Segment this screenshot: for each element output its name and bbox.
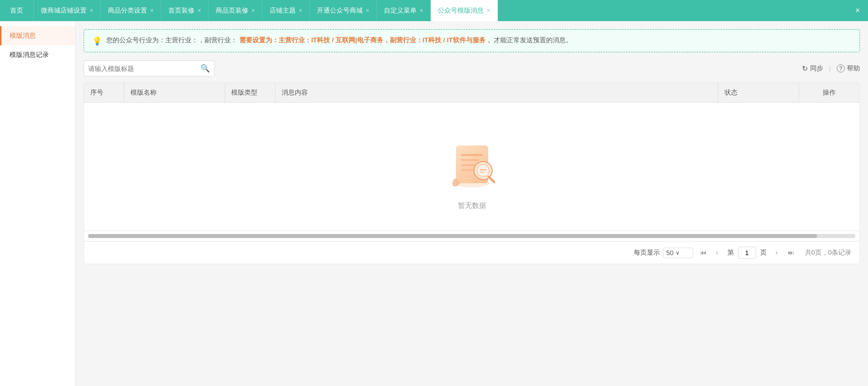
topbar-close-open-wechat-shop[interactable]: × [366,7,369,14]
svg-line-9 [489,177,494,182]
sidebar-item-template-msg-record[interactable]: 模版消息记录 [0,45,75,64]
alert-highlight: 需要设置为：主营行业：IT科技 / 互联网|电子商务，副营行业：IT科技 / I… [239,36,492,44]
topbar: 首页 微商城店铺设置 × 商品分类设置 × 首页装修 × 商品页装修 × 店铺主… [0,0,868,21]
sync-label: 同步 [810,64,823,73]
topbar-label-custom-menu: 自定义菜单 [384,6,417,15]
svg-rect-4 [461,159,479,161]
search-bar: 🔍 ↻ 同步 | ? 帮助 [84,60,860,76]
first-page-button[interactable]: ⏮ [697,247,709,259]
page-nav: ⏮ ‹ 第 页 › ⏭ [697,247,797,259]
topbar-label-product-page-decor: 商品页装修 [216,6,248,15]
scrollbar-track[interactable] [88,234,855,238]
divider: | [829,65,831,72]
th-seq: 序号 [84,83,124,102]
sidebar-label-template-msg-record: 模版消息记录 [10,51,49,58]
topbar-item-home-decor[interactable]: 首页装修 × [161,0,209,21]
per-page-select[interactable]: 50 ∨ [663,248,693,258]
last-page-button[interactable]: ⏭ [785,247,797,259]
page-total-label: 共0页，0条记录 [805,248,851,257]
topbar-close-product-page-decor[interactable]: × [251,7,255,14]
topbar-label-shop-theme: 店铺主题 [270,6,296,15]
svg-rect-3 [461,154,483,156]
empty-text: 暂无数据 [458,201,486,210]
per-page-value: 50 [666,249,674,257]
next-page-button[interactable]: › [771,247,783,259]
search-input[interactable] [88,65,201,72]
search-input-wrap[interactable]: 🔍 [84,60,215,76]
main-layout: 模版消息 模版消息记录 💡 您的公众号行业为：主营行业：，副营行业： 需要设置为… [0,21,868,386]
topbar-label-shop-settings: 微商城店铺设置 [41,6,87,15]
search-actions: ↻ 同步 | ? 帮助 [802,64,860,73]
topbar-item-shop-settings[interactable]: 微商城店铺设置 × [34,0,101,21]
alert-prefix: 您的公众号行业为：主营行业：，副营行业： [106,36,237,44]
topbar-item-home[interactable]: 首页 [0,0,34,21]
help-label: 帮助 [847,64,860,73]
th-name: 模版名称 [124,83,225,102]
alert-suffix: 才能正常发送预置的消息。 [494,36,572,44]
sync-button[interactable]: ↻ 同步 [802,64,823,73]
topbar-close-template-message[interactable]: × [487,7,490,14]
topbar-close-all-button[interactable]: × [847,6,868,15]
scrollbar-thumb[interactable] [88,234,817,238]
content-area: 💡 您的公众号行业为：主营行业：，副营行业： 需要设置为：主营行业：IT科技 /… [76,21,868,386]
th-status: 状态 [718,83,799,102]
topbar-label-template-message: 公众号模版消息 [438,6,484,15]
per-page-chevron-icon: ∨ [676,250,680,256]
sidebar: 模版消息 模版消息记录 [0,21,76,386]
svg-point-8 [477,165,489,177]
page-number-input[interactable] [738,247,756,259]
sync-icon: ↻ [802,64,808,72]
th-type: 模版类型 [225,83,276,102]
topbar-close-home-decor[interactable]: × [197,7,201,14]
per-page-label: 每页显示 [634,248,660,257]
per-page-wrap: 每页显示 50 ∨ [634,248,693,258]
topbar-item-template-message[interactable]: 公众号模版消息 × [431,0,498,21]
search-icon[interactable]: 🔍 [201,64,210,73]
pagination: 每页显示 50 ∨ ⏮ ‹ 第 页 › ⏭ 共0页，0条记录 [84,241,859,264]
topbar-item-product-page-decor[interactable]: 商品页装修 × [209,0,262,21]
alert-text: 您的公众号行业为：主营行业：，副营行业： 需要设置为：主营行业：IT科技 / 互… [106,36,572,45]
prev-page-button[interactable]: ‹ [711,247,723,259]
topbar-label-product-category: 商品分类设置 [108,6,147,15]
topbar-label-home-decor: 首页装修 [168,6,194,15]
empty-svg [442,133,502,193]
th-content: 消息内容 [276,83,718,102]
topbar-item-product-category[interactable]: 商品分类设置 × [101,0,161,21]
page-prefix-label: 第 [727,248,734,257]
topbar-close-shop-theme[interactable]: × [299,7,302,14]
svg-rect-10 [480,169,487,171]
empty-illustration [442,133,502,193]
topbar-label-home: 首页 [10,6,23,15]
topbar-close-shop-settings[interactable]: × [90,7,93,14]
scrollbar-row[interactable] [84,230,859,241]
sidebar-item-template-msg[interactable]: 模版消息 [0,26,75,45]
topbar-close-custom-menu[interactable]: × [420,7,423,14]
page-unit-label: 页 [760,248,767,257]
alert-icon: 💡 [92,36,102,46]
empty-state: 暂无数据 [84,103,859,230]
table-wrap: 序号 模版名称 模版类型 消息内容 状态 操作 [84,83,860,264]
topbar-close-product-category[interactable]: × [150,7,154,14]
svg-rect-11 [480,172,485,173]
topbar-item-custom-menu[interactable]: 自定义菜单 × [377,0,431,21]
topbar-label-open-wechat-shop: 开通公众号商城 [317,6,363,15]
topbar-item-open-wechat-shop[interactable]: 开通公众号商城 × [310,0,377,21]
th-action: 操作 [799,83,859,102]
help-button[interactable]: ? 帮助 [837,64,860,73]
sidebar-label-template-msg: 模版消息 [10,32,36,39]
help-icon: ? [837,64,845,72]
topbar-item-shop-theme[interactable]: 店铺主题 × [262,0,310,21]
alert-box: 💡 您的公众号行业为：主营行业：，副营行业： 需要设置为：主营行业：IT科技 /… [84,29,860,52]
table-header: 序号 模版名称 模版类型 消息内容 状态 操作 [84,83,859,103]
